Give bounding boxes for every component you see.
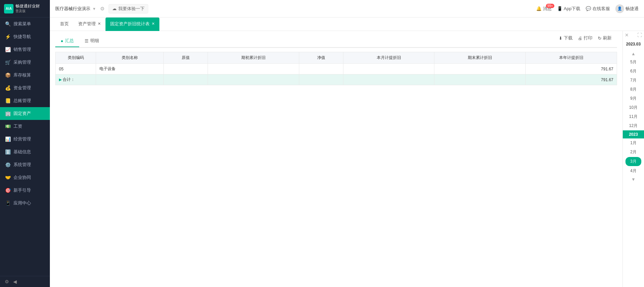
download-icon: 📱	[557, 6, 562, 11]
user-avatar-area[interactable]: 👤 畅捷通	[615, 4, 639, 13]
content-area: ● 汇总 ☰ 明细 ⬇ 下载 🖨 打印	[50, 31, 644, 287]
sidebar-item-label: 基础信息	[13, 149, 31, 155]
month-item[interactable]: 6月	[623, 67, 644, 76]
print-icon: 🖨	[578, 36, 582, 41]
sidebar-item-finance[interactable]: 💰资金管理	[0, 82, 50, 94]
sidebar-item-guide[interactable]: 🎯新手引导	[0, 184, 50, 197]
sidebar-item-operations[interactable]: 📊经营管理	[0, 133, 50, 146]
sidebar-item-payroll[interactable]: 💵工资	[0, 120, 50, 133]
print-button[interactable]: 🖨 打印	[578, 35, 592, 41]
total-net	[299, 74, 343, 85]
month-item[interactable]: 8月	[623, 85, 644, 94]
sidebar-item-label: 搜索菜单	[13, 21, 31, 27]
total-initial-accum	[208, 74, 299, 85]
month-item[interactable]: 1月	[623, 138, 644, 148]
table-toolbar: ⬇ 下载 🖨 打印 ↻ 刷新	[559, 35, 612, 41]
month-item[interactable]: 2月	[623, 148, 644, 157]
ledger-icon: 📒	[5, 98, 11, 104]
refresh-icon: ↻	[598, 36, 602, 41]
app-logo-icon: AtA	[4, 4, 13, 13]
sidebar-item-label: 应用中心	[13, 200, 31, 206]
inventory-icon: 📦	[5, 72, 11, 78]
sub-tab-summary[interactable]: ● 汇总	[55, 35, 79, 47]
collapse-icon[interactable]: ◀	[13, 279, 17, 284]
sidebar-item-quick_nav[interactable]: ⚡快捷导航	[0, 30, 50, 43]
sidebar-item-system[interactable]: ⚙️系统管理	[0, 158, 50, 171]
app-edition: 普及版	[16, 9, 40, 13]
date-panel-header: 2023.03	[626, 40, 641, 48]
refresh-button[interactable]: ↻ 刷新	[598, 35, 612, 41]
summary-icon: ●	[61, 38, 63, 43]
row-code: 05	[56, 64, 96, 74]
tab-asset-mgmt[interactable]: 资产管理 ✕	[73, 18, 105, 31]
month-item[interactable]: 5月	[623, 58, 644, 67]
year-2023-label[interactable]: 2023	[623, 130, 644, 138]
month-item[interactable]: 9月	[623, 94, 644, 103]
sidebar-item-purchase[interactable]: 🛒采购管理	[0, 56, 50, 69]
basic_info-icon: ℹ️	[5, 149, 11, 155]
panel-expand-icon[interactable]: ⛶	[637, 32, 642, 38]
month-item[interactable]: 11月	[623, 112, 644, 121]
sidebar-item-app_center[interactable]: 📱应用中心	[0, 197, 50, 210]
sidebar-item-fixed_assets[interactable]: 🏢固定资产	[0, 107, 50, 120]
company-selector[interactable]: 医疗器械行业演示 ▼	[55, 6, 96, 12]
sidebar-item-label: 新手引导	[13, 187, 31, 193]
total-end-accum	[434, 74, 526, 85]
tab-asset-mgmt-label: 资产管理	[78, 21, 96, 27]
row-end-accum	[434, 64, 526, 74]
app-download-label: App下载	[564, 6, 580, 12]
experience-icon: ☁	[112, 6, 117, 11]
service-icon: 💬	[586, 6, 591, 11]
sidebar-item-search[interactable]: 🔍搜索菜单	[0, 18, 50, 30]
tab-depreciation-report-close-icon[interactable]: ✕	[152, 22, 155, 26]
sidebar-item-ledger[interactable]: 📒总账管理	[0, 94, 50, 107]
company-name: 医疗器械行业演示	[55, 6, 90, 12]
experience-label: 我要体验一下	[118, 6, 145, 12]
month-item[interactable]: 12月	[623, 121, 644, 130]
download-button[interactable]: ⬇ 下载	[559, 35, 573, 41]
sidebar-item-label: 经营管理	[13, 136, 31, 142]
operations-icon: 📊	[5, 136, 11, 142]
sidebar-item-label: 资金管理	[13, 85, 31, 91]
sidebar-item-basic_info[interactable]: ℹ️基础信息	[0, 146, 50, 158]
quick_nav-icon: ⚡	[5, 34, 11, 40]
month-item[interactable]: 7月	[623, 76, 644, 85]
online-service-label: 在线客服	[592, 6, 610, 12]
sidebar-item-inventory[interactable]: 📦库存核算	[0, 69, 50, 82]
settings-icon[interactable]: ⚙	[5, 279, 9, 284]
month-item[interactable]: 4月	[623, 166, 644, 176]
notifications-button[interactable]: 🔔 消息 99+	[536, 6, 552, 12]
sub-tab-detail[interactable]: ☰ 明细	[79, 35, 104, 47]
sub-tab-detail-label: 明细	[90, 38, 99, 44]
notification-badge: 99+	[546, 4, 554, 8]
scroll-up-button[interactable]: ▲	[630, 50, 637, 58]
row-name: 电子设备	[96, 64, 164, 74]
total-row: ▶ 合计： 791.67	[56, 74, 617, 85]
app_center-icon: 📱	[5, 200, 11, 206]
tab-asset-mgmt-close-icon[interactable]: ✕	[98, 22, 101, 26]
col-monthly-depre: 本月计提折旧	[343, 52, 434, 64]
topbar: 医疗器械行业演示 ▼ ⚙ ☁ 我要体验一下 🔔 消息 99+ 📱 App下载 💬…	[50, 0, 644, 18]
app-download-button[interactable]: 📱 App下载	[557, 6, 580, 12]
months-list: 5月6月7月8月9月10月11月12月20231月2月3月4月	[623, 58, 644, 176]
topbar-right: 🔔 消息 99+ 📱 App下载 💬 在线客服 👤 畅捷通	[536, 4, 639, 13]
sidebar-item-enterprise[interactable]: 🤝企业协同	[0, 171, 50, 184]
month-item[interactable]: 3月	[625, 157, 641, 166]
row-original	[163, 64, 208, 74]
sidebar-item-sales[interactable]: 📈销售管理	[0, 43, 50, 56]
col-annual-depre: 本年计提折旧	[526, 52, 617, 64]
tab-home[interactable]: 首页	[55, 18, 73, 31]
tab-depreciation-report[interactable]: 固定资产折旧统计表 ✕	[105, 18, 159, 31]
inner-content: ● 汇总 ☰ 明细 ⬇ 下载 🖨 打印	[50, 31, 622, 287]
experience-button[interactable]: ☁ 我要体验一下	[109, 4, 148, 13]
month-item[interactable]: 10月	[623, 103, 644, 112]
fixed_assets-icon: 🏢	[5, 110, 11, 117]
sidebar-header: AtA 畅捷通好业财 普及版	[0, 0, 50, 18]
bell-icon: 🔔	[536, 6, 542, 11]
download-label: 下载	[564, 35, 573, 41]
scroll-down-button[interactable]: ▼	[630, 176, 637, 183]
topbar-gear-icon[interactable]: ⚙	[100, 6, 104, 12]
sales-icon: 📈	[5, 46, 11, 53]
online-service-button[interactable]: 💬 在线客服	[586, 6, 610, 12]
panel-close-icon[interactable]: ✕	[625, 32, 629, 38]
